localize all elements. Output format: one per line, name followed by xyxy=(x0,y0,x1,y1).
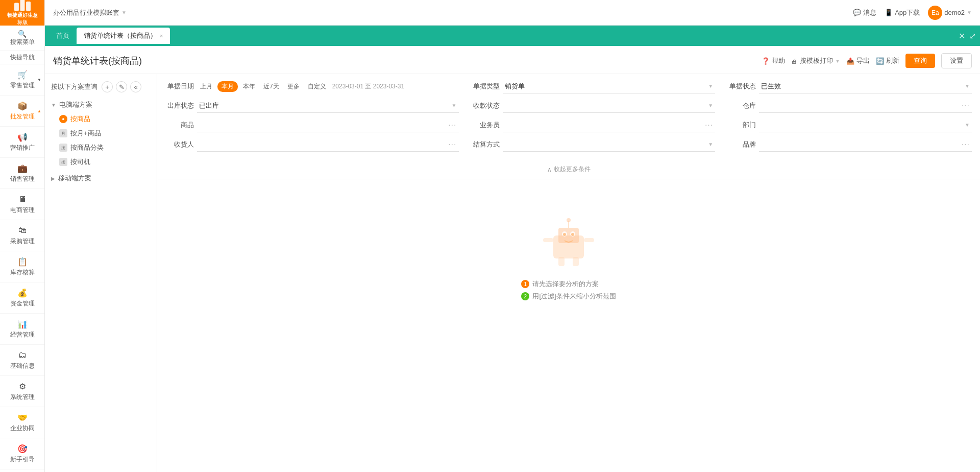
print-icon: 🖨 xyxy=(791,57,798,65)
settlement-arrow: ▼ xyxy=(708,141,713,147)
date-tab-custom[interactable]: 自定义 xyxy=(305,81,329,92)
sidebar-item-wholesale[interactable]: 📦 批发管理 xyxy=(0,96,44,127)
filter-field-salesperson: 业务员 ··· xyxy=(471,118,716,132)
minimize-icon: ✕ xyxy=(959,31,965,41)
svg-rect-12 xyxy=(573,257,579,266)
industry-selector[interactable]: 办公用品行业模拟账套 ▼ xyxy=(53,8,127,17)
tab-maximize-btn[interactable]: ⤢ xyxy=(969,31,976,41)
sidebar-item-retail[interactable]: 🛒 零售管理 xyxy=(0,64,44,96)
query-button[interactable]: 查询 xyxy=(905,54,935,68)
messages-btn[interactable]: 💬 消息 xyxy=(853,8,876,17)
sidebar-item-enterprise[interactable]: 🤝 企业协同 xyxy=(0,407,44,438)
inventory-icon: 📋 xyxy=(17,256,28,267)
collapse-up-icon: ∧ xyxy=(547,166,552,173)
user-name: demo2 xyxy=(944,9,965,16)
date-tab-prev-month[interactable]: 上月 xyxy=(197,81,215,92)
avatar: Ea xyxy=(928,6,942,20)
app-download-btn[interactable]: 📱 App下载 xyxy=(885,8,920,17)
tab-home[interactable]: 首页 xyxy=(49,28,77,44)
out-status-control[interactable]: 已出库 ▼ xyxy=(197,99,459,113)
avatar-text: Ea xyxy=(932,9,939,16)
refresh-btn[interactable]: 🔄 刷新 xyxy=(876,56,899,65)
user-menu[interactable]: Ea demo2 ▼ xyxy=(928,6,972,20)
print-btn[interactable]: 🖨 按模板打印 ▼ xyxy=(791,56,840,65)
date-tab-more[interactable]: 更多 xyxy=(284,81,303,92)
sidebar-item-basic[interactable]: 🗂 基础信息 xyxy=(0,345,44,376)
scheme-icon-by-machine: 按 xyxy=(59,158,67,166)
edit-icon: ✎ xyxy=(119,83,125,91)
scheme-item-product-category[interactable]: 按 按商品分类 xyxy=(45,140,157,155)
sidebar-item-inventory[interactable]: 📋 库存核算 xyxy=(0,251,44,282)
scheme-label-month-product: 按月+商品 xyxy=(70,129,101,138)
home-tab-label: 首页 xyxy=(56,31,69,40)
collapse-label: 收起更多条件 xyxy=(554,165,591,174)
tab-close-btn[interactable]: × xyxy=(160,33,163,39)
scheme-label-product-category: 按商品分类 xyxy=(70,143,104,152)
settings-button[interactable]: 设置 xyxy=(941,53,972,68)
page-actions: ❓ 帮助 🖨 按模板打印 ▼ 📤 导出 🔄 刷新 查询 设置 xyxy=(762,53,972,68)
pc-group-arrow: ▼ xyxy=(51,102,56,108)
sidebar-item-ecommerce[interactable]: 🖥 电商管理 xyxy=(0,189,44,220)
sidebar-item-operations[interactable]: 📊 经营管理 xyxy=(0,314,44,345)
settlement-control[interactable]: ▼ xyxy=(503,137,716,152)
doc-status-control[interactable]: 已生效 ▼ xyxy=(759,79,972,93)
scheme-collapse-btn[interactable]: « xyxy=(130,81,141,92)
purchase-label: 采购管理 xyxy=(10,237,35,246)
export-icon: 📤 xyxy=(846,57,854,65)
empty-illustration xyxy=(538,210,599,271)
sidebar-search-menu[interactable]: 🔍 搜索菜单 xyxy=(0,26,44,51)
filter-field-brand: 品牌 ··· xyxy=(727,137,972,152)
warehouse-control[interactable]: ··· xyxy=(759,99,972,113)
sales-icon: 💼 xyxy=(17,163,28,173)
salesperson-control[interactable]: ··· xyxy=(503,118,716,132)
tab-active[interactable]: 销货单统计表（按商品） × xyxy=(77,28,170,44)
scheme-item-by-machine[interactable]: 按 按司机 xyxy=(45,155,157,169)
doc-status-arrow: ▼ xyxy=(965,83,970,89)
date-tab-7days[interactable]: 近7天 xyxy=(260,81,282,92)
industry-dropdown-icon: ▼ xyxy=(121,10,127,15)
scheme-item-month-product[interactable]: 月 按月+商品 xyxy=(45,126,157,140)
scheme-group-pc: ▼ 电脑端方案 ● 按商品 月 按月+商品 按 按商品分类 xyxy=(45,96,157,171)
tip1-num: 1 xyxy=(521,280,529,288)
warehouse-dots: ··· xyxy=(962,101,970,110)
doc-type-control[interactable]: 销货单 ▼ xyxy=(503,79,716,93)
doc-status-value: 已生效 xyxy=(761,82,963,91)
scheme-toolbar: + ✎ « xyxy=(102,81,141,92)
sidebar-item-apps[interactable]: 🔧 应用中心 xyxy=(0,469,44,472)
collapse-bar[interactable]: ∧ 收起更多条件 xyxy=(157,162,980,179)
basic-icon: 🗂 xyxy=(17,350,28,360)
sidebar-item-purchase[interactable]: 🛍 采购管理 xyxy=(0,220,44,251)
date-tab-this-month[interactable]: 本月 xyxy=(217,81,238,92)
tab-minimize-btn[interactable]: ✕ xyxy=(959,31,965,41)
svg-point-7 xyxy=(563,233,566,236)
sidebar-item-system[interactable]: ⚙ 系统管理 xyxy=(0,376,44,407)
sidebar-item-marketing[interactable]: 📢 营销推广 xyxy=(0,127,44,158)
refresh-label: 刷新 xyxy=(886,56,899,65)
recipient-control[interactable]: ··· xyxy=(197,137,459,152)
scheme-edit-btn[interactable]: ✎ xyxy=(116,81,127,92)
mobile-group[interactable]: ▶ 移动端方案 xyxy=(45,171,157,185)
sidebar-item-newbie[interactable]: 🎯 新手引导 xyxy=(0,438,44,469)
inventory-label: 库存核算 xyxy=(10,268,35,277)
scheme-item-by-product[interactable]: ● 按商品 xyxy=(45,112,157,126)
sidebar-quick-nav[interactable]: 快捷导航 xyxy=(0,51,44,64)
scheme-group-pc-header[interactable]: ▼ 电脑端方案 xyxy=(45,98,157,112)
header-right: 💬 消息 📱 App下载 Ea demo2 ▼ xyxy=(853,6,972,20)
product-label: 商品 xyxy=(165,121,194,130)
brand-dots: ··· xyxy=(962,140,970,149)
export-btn[interactable]: 📤 导出 xyxy=(846,56,870,65)
help-icon: ❓ xyxy=(762,57,770,65)
payment-control[interactable]: ▼ xyxy=(503,99,716,113)
filter-field-payment: 收款状态 ▼ xyxy=(471,99,716,113)
help-btn[interactable]: ❓ 帮助 xyxy=(762,56,785,65)
product-control[interactable]: ··· xyxy=(197,118,459,132)
sidebar-item-finance[interactable]: 💰 资金管理 xyxy=(0,282,44,314)
app-download-icon: 📱 xyxy=(885,9,893,16)
settlement-label: 结算方式 xyxy=(471,140,500,149)
department-control[interactable]: ▼ xyxy=(759,118,972,132)
brand-control[interactable]: ··· xyxy=(759,137,972,152)
filter-date-row: 上月 本月 本年 近7天 更多 自定义 2023-03-01 至 2023-03… xyxy=(197,81,459,92)
date-tab-this-year[interactable]: 本年 xyxy=(240,81,258,92)
scheme-add-btn[interactable]: + xyxy=(102,81,113,92)
sidebar-item-sales[interactable]: 💼 销售管理 xyxy=(0,158,44,189)
